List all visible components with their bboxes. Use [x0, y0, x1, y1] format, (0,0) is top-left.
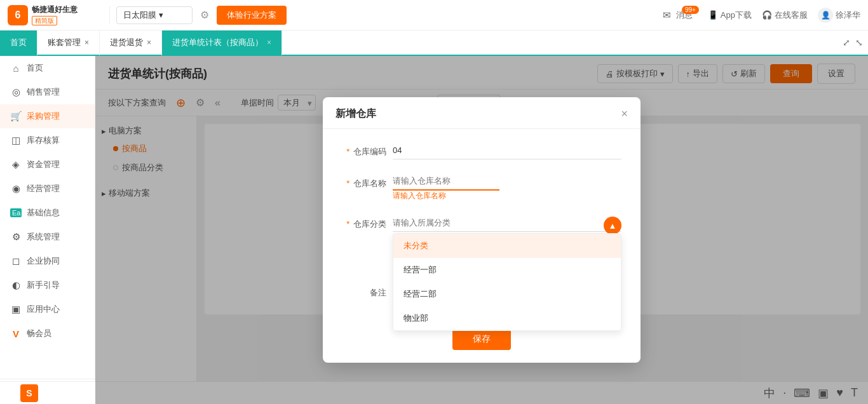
chevron-down-icon: ▾: [159, 10, 163, 20]
tab-home[interactable]: 首页: [0, 30, 37, 55]
name-error-block: 请输入仓库名称: [342, 191, 446, 201]
category-input[interactable]: [393, 214, 621, 232]
name-error-message: 请输入仓库名称: [393, 191, 446, 200]
modal-close-button[interactable]: ×: [621, 107, 628, 121]
vip-icon: V: [10, 328, 22, 339]
gear-icon[interactable]: ⚙: [200, 9, 209, 21]
logo-title: 畅捷通好生意: [32, 4, 78, 15]
appcenter-icon: ▣: [10, 304, 22, 315]
add-warehouse-modal: 新增仓库 × * 仓库编码: [323, 97, 641, 363]
purchase-return-tab-close[interactable]: ×: [147, 38, 151, 47]
notes-label-text: 备注: [370, 288, 386, 297]
bottom-left: S: [10, 384, 38, 402]
tabs-actions: ⤢ ⤡: [843, 37, 868, 48]
logo-badge: 精简版: [32, 15, 78, 25]
tabs-bar: 首页 账套管理 × 进货退货 × 进货单统计表（按商品） × ⤢ ⤡: [0, 30, 868, 56]
save-button[interactable]: 保存: [452, 328, 511, 350]
purchase-stats-tab-label: 进货单统计表（按商品）: [172, 37, 263, 48]
main-layout: ⌂ 首页 ◎ 销售管理 🛒 采购管理 ◫ 库存核算 ◈ 资金管理 ◉ 经营管理 …: [0, 56, 868, 404]
warehouse-name-row: * 仓库名称 请输入仓库名称: [342, 172, 621, 201]
messages-button[interactable]: ✉ 99+ 消息: [663, 10, 693, 21]
message-icon: ✉: [663, 10, 671, 21]
category-arrow-icon[interactable]: ▲: [604, 217, 621, 234]
sidebar-item-basic[interactable]: Ea 基础信息: [0, 201, 95, 225]
store-selector[interactable]: 日太阳膜 ▾: [116, 6, 193, 24]
finance-icon: ◈: [10, 159, 22, 170]
logo-badge-text: 精简版: [32, 16, 57, 25]
trial-button[interactable]: 体验行业方案: [217, 6, 287, 25]
logo-icon: 6: [8, 5, 28, 25]
app-download-button[interactable]: 📱 App下载: [708, 10, 752, 21]
inventory-icon: ◫: [10, 135, 22, 146]
sidebar-label-system: 系统管理: [27, 231, 60, 243]
sidebar-label-enterprise: 企业协同: [27, 255, 60, 267]
logo-text-block: 畅捷通好生意 精简版: [32, 4, 78, 25]
user-menu[interactable]: 👤 徐泽华: [818, 8, 860, 23]
dropdown-item-3[interactable]: 物业部: [393, 306, 621, 330]
sidebar-item-vip[interactable]: V 畅会员: [0, 321, 95, 346]
category-label: * 仓库分类: [342, 214, 393, 230]
sidebar-label-vip: 畅会员: [27, 328, 51, 339]
notes-label: 备注: [342, 283, 393, 299]
sidebar-item-guide[interactable]: ◐ 新手引导: [0, 273, 95, 297]
sidebar-item-inventory[interactable]: ◫ 库存核算: [0, 128, 95, 152]
divider: [109, 6, 110, 24]
content-area: 进货单统计(按商品) 🖨 按模板打印 ▾ ↑ 导出 ↺ 刷新 查询 设置: [95, 56, 868, 404]
expand-icon[interactable]: ⤡: [855, 37, 863, 48]
top-header: 6 畅捷通好生意 精简版 日太阳膜 ▾ ⚙ 体验行业方案 ✉ 99+ 消息 📱 …: [0, 0, 868, 30]
name-label: * 仓库名称: [342, 173, 393, 189]
modal-footer: 保存: [323, 328, 641, 350]
purchase-icon: 🛒: [10, 111, 22, 122]
logo-letter: 6: [15, 10, 21, 21]
sidebar-label-purchase: 采购管理: [27, 111, 60, 122]
home-icon: ⌂: [10, 63, 22, 74]
headset-icon: 🎧: [762, 10, 772, 20]
online-service-button[interactable]: 🎧 在线客服: [762, 10, 808, 21]
tab-purchase-return[interactable]: 进货退货 ×: [100, 30, 162, 55]
header-right: ✉ 99+ 消息 📱 App下载 🎧 在线客服 👤 徐泽华: [663, 8, 860, 23]
accounts-tab-label: 账套管理: [48, 37, 81, 48]
phone-icon: 📱: [708, 10, 718, 20]
code-label: * 仓库编码: [342, 142, 393, 158]
home-tab-label: 首页: [10, 37, 27, 48]
sidebar-item-home[interactable]: ⌂ 首页: [0, 56, 95, 80]
sidebar-item-system[interactable]: ⚙ 系统管理: [0, 225, 95, 249]
sidebar-item-operation[interactable]: ◉ 经营管理: [0, 177, 95, 201]
modal-body: * 仓库编码 * 仓库名称: [323, 129, 641, 328]
required-star-name: *: [346, 178, 349, 188]
sidebar-label-inventory: 库存核算: [27, 135, 60, 146]
purchase-stats-tab-close[interactable]: ×: [267, 38, 271, 47]
system-icon: ⚙: [10, 231, 22, 243]
app-download-label: App下载: [721, 10, 752, 21]
avatar: 👤: [818, 8, 833, 23]
logo-area: 6 畅捷通好生意 精简版: [8, 4, 103, 25]
dropdown-item-1[interactable]: 经营一部: [393, 258, 621, 282]
category-label-text: 仓库分类: [353, 219, 386, 229]
dropdown-item-0[interactable]: 未分类: [393, 234, 621, 258]
name-input-row: * 仓库名称: [342, 172, 499, 191]
tab-accounts[interactable]: 账套管理 ×: [37, 30, 100, 55]
dropdown-item-2[interactable]: 经营二部: [393, 282, 621, 306]
sidebar: ⌂ 首页 ◎ 销售管理 🛒 采购管理 ◫ 库存核算 ◈ 资金管理 ◉ 经营管理 …: [0, 56, 95, 404]
store-name: 日太阳膜: [123, 10, 156, 21]
accounts-tab-close[interactable]: ×: [85, 38, 89, 47]
enterprise-icon: ◻: [10, 255, 22, 267]
sidebar-item-enterprise[interactable]: ◻ 企业协同: [0, 249, 95, 273]
restore-icon[interactable]: ⤢: [843, 37, 850, 48]
sidebar-label-operation: 经营管理: [27, 183, 60, 194]
name-label-text: 仓库名称: [353, 178, 386, 188]
tab-purchase-stats[interactable]: 进货单统计表（按商品） ×: [162, 30, 282, 55]
sidebar-item-finance[interactable]: ◈ 资金管理: [0, 152, 95, 177]
modal-title: 新增仓库: [336, 107, 376, 121]
sidebar-item-sales[interactable]: ◎ 销售管理: [0, 80, 95, 104]
warehouse-category-row: * 仓库分类 ▲ 未分类 经营一部 经营二部 物业部: [342, 214, 621, 232]
warehouse-code-input[interactable]: [393, 142, 621, 159]
notif-badge: 99+: [682, 6, 699, 14]
warehouse-name-input[interactable]: [393, 172, 499, 191]
sales-icon: ◎: [10, 86, 22, 98]
sidebar-item-purchase[interactable]: 🛒 采购管理: [0, 104, 95, 128]
guide-icon: ◐: [10, 279, 22, 291]
sidebar-item-appcenter[interactable]: ▣ 应用中心: [0, 297, 95, 321]
modal-overlay: 新增仓库 × * 仓库编码: [95, 56, 868, 404]
header-center: ⚙ 体验行业方案: [193, 6, 663, 25]
